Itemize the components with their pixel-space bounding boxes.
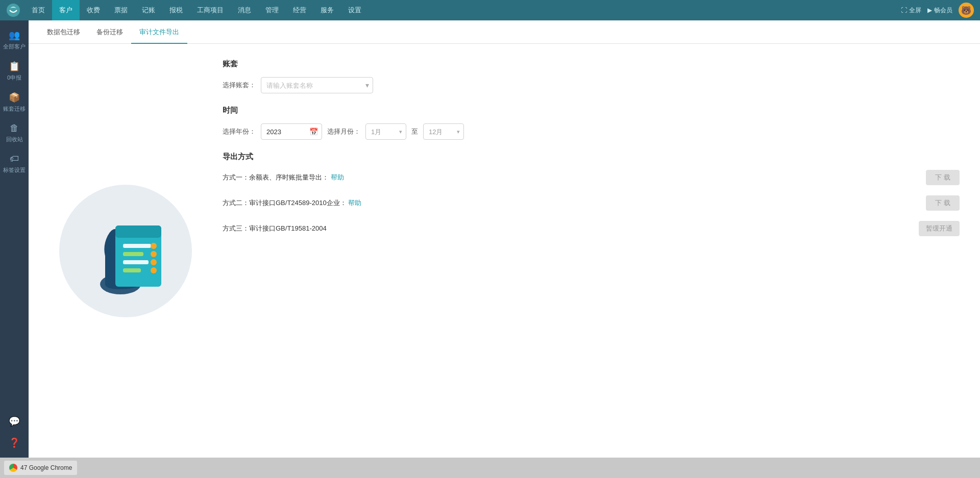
help-icon[interactable]: ❓	[6, 434, 23, 451]
month-to-select[interactable]: 1月2月3月4月 5月6月7月8月 9月10月11月 12月	[423, 123, 464, 140]
avatar[interactable]: 🐻	[959, 3, 974, 18]
sidebar-item-all-clients[interactable]: 👥 全部客户	[0, 24, 29, 56]
taskbar: 47 Google Chrome	[0, 458, 980, 478]
tab-backup-migrate[interactable]: 备份迁移	[88, 21, 131, 44]
form-area: 账套 选择账套： ▾ 时间 选择年份： 📅 选择月份：	[202, 59, 960, 442]
svg-rect-6	[123, 260, 149, 264]
illustration-area	[49, 59, 202, 442]
method1-help-link[interactable]: 帮助	[331, 173, 344, 181]
sidebar-item-label-tag: 标签设置	[3, 166, 26, 174]
svg-rect-3	[115, 225, 161, 238]
time-separator: 至	[411, 127, 418, 136]
page-content: 账套 选择账套： ▾ 时间 选择年份： 📅 选择月份：	[29, 44, 980, 458]
svg-point-8	[151, 243, 157, 249]
sidebar-item-account-migrate[interactable]: 📦 账套迁移	[0, 87, 29, 118]
fullscreen-btn[interactable]: ⛶ 全屏	[901, 6, 921, 15]
zero-declare-icon: 📋	[9, 61, 20, 72]
method2-download-btn[interactable]: 下 载	[926, 195, 960, 211]
tag-icon: 🏷	[10, 154, 19, 164]
vip-btn[interactable]: ▶ 畅会员	[927, 6, 952, 15]
method2-text: 方式二：审计接口GB/T24589-2010企业： 帮助	[223, 198, 918, 208]
illustration-circle	[59, 185, 192, 317]
sidebar-item-label-migrate: 账套迁移	[3, 105, 26, 113]
nav-message[interactable]: 消息	[231, 0, 258, 20]
sidebar-item-label-zero: 0申报	[7, 74, 21, 82]
sidebar-item-label-clients: 全部客户	[3, 43, 26, 51]
nav-operate[interactable]: 经营	[286, 0, 313, 20]
top-nav-right: ⛶ 全屏 ▶ 畅会员 🐻	[901, 3, 974, 18]
chrome-icon	[9, 464, 17, 472]
month-from-wrapper: 1月2月3月4月 5月6月7月8月 9月10月11月12月	[365, 123, 406, 140]
sidebar-item-zero-declare[interactable]: 📋 0申报	[0, 56, 29, 87]
sidebar-item-recycle[interactable]: 🗑 回收站	[0, 118, 29, 148]
accounts-label: 选择账套：	[223, 81, 256, 90]
sidebar-item-tag-settings[interactable]: 🏷 标签设置	[0, 148, 29, 179]
method3-text: 方式三：审计接口GB/T19581-2004	[223, 224, 911, 233]
method2-help-link[interactable]: 帮助	[348, 199, 361, 207]
accounts-input[interactable]	[261, 77, 373, 93]
tab-data-migrate[interactable]: 数据包迁移	[39, 21, 88, 44]
main-layout: 👥 全部客户 📋 0申报 📦 账套迁移 🗑 回收站 🏷 标签设置 💬 ❓ 数据包…	[0, 20, 980, 458]
time-section-title: 时间	[223, 106, 960, 115]
nav-business[interactable]: 工商项目	[190, 0, 231, 20]
sidebar: 👥 全部客户 📋 0申报 📦 账套迁移 🗑 回收站 🏷 标签设置 💬 ❓	[0, 20, 29, 458]
month-label: 选择月份：	[327, 127, 360, 136]
chat-icon[interactable]: 💬	[6, 413, 23, 430]
sidebar-bottom: 💬 ❓	[6, 413, 23, 451]
nav-fee[interactable]: 收费	[80, 0, 107, 20]
time-row: 选择年份： 📅 选择月份： 1月2月3月4月 5月6月7月8月 9月10月11月…	[223, 123, 960, 140]
svg-point-9	[151, 251, 157, 257]
export-method-2: 方式二：审计接口GB/T24589-2010企业： 帮助 下 载	[223, 195, 960, 211]
svg-point-11	[151, 267, 157, 273]
vip-label: 畅会员	[934, 6, 952, 15]
nav-invoice[interactable]: 票据	[107, 0, 135, 20]
tabs-bar: 数据包迁移 备份迁移 审计文件导出	[29, 20, 980, 44]
fullscreen-icon: ⛶	[901, 7, 907, 14]
year-input[interactable]	[261, 123, 322, 140]
clients-icon: 👥	[9, 30, 20, 41]
nav-tax[interactable]: 报税	[162, 0, 190, 20]
vip-icon: ▶	[927, 7, 932, 14]
svg-rect-5	[123, 252, 143, 256]
nav-items: 首页 客户 收费 票据 记账 报税 工商项目 消息 管理 经营 服务 设置	[24, 0, 901, 20]
accounts-input-wrapper: ▾	[261, 77, 373, 93]
method1-text: 方式一：余额表、序时账批量导出： 帮助	[223, 173, 918, 182]
top-nav: 首页 客户 收费 票据 记账 报税 工商项目 消息 管理 经营 服务 设置 ⛶ …	[0, 0, 980, 20]
nav-bookkeeping[interactable]: 记账	[135, 0, 162, 20]
svg-point-0	[7, 4, 20, 17]
content-area: 数据包迁移 备份迁移 审计文件导出	[29, 20, 980, 458]
svg-rect-7	[123, 268, 141, 272]
method3-vip-btn[interactable]: 暂缓开通	[919, 221, 960, 236]
nav-settings[interactable]: 设置	[341, 0, 369, 20]
svg-rect-4	[123, 244, 151, 248]
nav-service[interactable]: 服务	[313, 0, 341, 20]
tab-audit-export[interactable]: 审计文件导出	[131, 21, 187, 44]
accounts-row: 选择账套： ▾	[223, 77, 960, 93]
month-from-select[interactable]: 1月2月3月4月 5月6月7月8月 9月10月11月12月	[365, 123, 406, 140]
taskbar-chrome-label: 47 Google Chrome	[20, 464, 72, 471]
export-section-title: 导出方式	[223, 152, 960, 162]
year-input-wrapper: 📅	[261, 123, 322, 140]
nav-manage[interactable]: 管理	[258, 0, 286, 20]
logo[interactable]	[4, 1, 22, 19]
year-label: 选择年份：	[223, 127, 256, 136]
fullscreen-label: 全屏	[909, 6, 921, 15]
sidebar-item-label-recycle: 回收站	[6, 136, 23, 143]
export-method-3: 方式三：审计接口GB/T19581-2004 暂缓开通	[223, 221, 960, 236]
taskbar-chrome[interactable]: 47 Google Chrome	[4, 461, 77, 475]
accounts-section-title: 账套	[223, 59, 960, 69]
svg-point-10	[151, 259, 157, 265]
method1-download-btn[interactable]: 下 载	[926, 170, 960, 185]
nav-home[interactable]: 首页	[24, 0, 52, 20]
export-method-1: 方式一：余额表、序时账批量导出： 帮助 下 载	[223, 170, 960, 185]
migrate-icon: 📦	[9, 92, 20, 103]
month-to-wrapper: 1月2月3月4月 5月6月7月8月 9月10月11月 12月	[423, 123, 464, 140]
nav-customer[interactable]: 客户	[52, 0, 80, 20]
recycle-icon: 🗑	[10, 123, 19, 134]
